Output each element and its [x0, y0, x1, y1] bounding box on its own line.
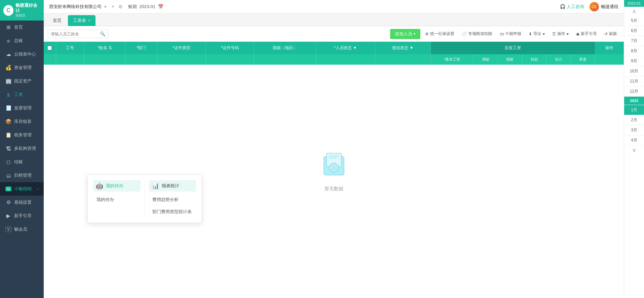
refresh-btn[interactable]: ↺ 刷新	[602, 30, 620, 38]
date-month-10[interactable]: 10月	[624, 66, 644, 76]
sidebar-item-home[interactable]: ⊞ 首页	[0, 21, 44, 34]
tab-close-icon[interactable]: ×	[88, 18, 90, 23]
sidebar-item-inventory[interactable]: 📦 库存核算	[0, 115, 44, 128]
col-id-type: *证件类型	[157, 42, 205, 54]
sidebar-item-multi-org[interactable]: 🏗 多机构管理	[0, 142, 44, 155]
popup-todo-header[interactable]: 🤖 我的待办	[93, 180, 141, 192]
operate-btn[interactable]: ☰ 操作 ▾	[550, 30, 571, 38]
sidebar-item-label: 归档管理	[14, 172, 32, 178]
popup-cost-trend-item[interactable]: 费用趋势分析	[149, 194, 196, 205]
avatar: CE	[590, 2, 599, 11]
special-deduction-btn[interactable]: 📄 专项附加扣除	[459, 30, 495, 38]
date-month-8[interactable]: 8月	[624, 46, 644, 56]
date-panel: 2023.01 ∧ 5月 6月 7月 8月 9月 10月 11月 12月 202…	[624, 0, 644, 298]
date-month-1[interactable]: 1月	[624, 105, 644, 115]
sidebar-item-close-account[interactable]: ◻ 结账	[0, 155, 44, 169]
tabs-bar: 首页 工资表 ×	[44, 13, 624, 26]
sidebar-item-tax[interactable]: 📋 税务管理	[0, 128, 44, 142]
date-month-12[interactable]: 12月	[624, 87, 644, 97]
date-month-7[interactable]: 7月	[624, 36, 644, 46]
sidebar-item-label: 畅会员	[14, 226, 27, 232]
export-dropdown-icon: ▾	[543, 32, 545, 36]
sidebar-logo: C 畅捷通好会计 旗舰版	[0, 0, 44, 21]
new-guide-btn[interactable]: ◉ 新手引导	[573, 30, 600, 38]
app-title: 畅捷通好会计	[15, 3, 40, 13]
date-month-4[interactable]: 4月	[624, 135, 644, 145]
col-id-number: *证件号码	[205, 42, 254, 54]
sidebar-item-basic-settings[interactable]: ⚙ 基础设置	[0, 196, 44, 209]
settings-icon: ⚙	[5, 199, 11, 205]
settings-gear-icon[interactable]: ⚙	[118, 4, 123, 9]
search-box: 🔍	[48, 30, 108, 38]
sidebar-item-label: 发票管理	[14, 105, 32, 111]
sidebar-item-new-guide[interactable]: ▶ 新手引导	[0, 209, 44, 223]
operate-icon: ☰	[552, 32, 556, 36]
cloud-icon: ☁	[5, 51, 11, 57]
date-scroll-down[interactable]: ∨	[624, 145, 644, 155]
popup-todo-item[interactable]: 我的待办	[93, 194, 141, 205]
salary-table: 工号 *姓名 ⇅ *部门 *证件类型 *证件号码 国籍（地区） *人员状态 ▼ …	[44, 42, 624, 65]
user-menu[interactable]: CE 畅捷通组	[590, 2, 618, 11]
col-job-number: 工号	[56, 42, 84, 54]
sidebar-item-label: 首页	[14, 24, 23, 30]
tax-report-btn[interactable]: 🗃 个税申报	[497, 30, 524, 38]
popup-divider	[145, 180, 145, 217]
add-company-icon[interactable]: ＋	[110, 3, 116, 10]
select-all-checkbox[interactable]	[47, 46, 52, 50]
search-icon[interactable]: 🔍	[100, 31, 105, 36]
date-month-11[interactable]: 11月	[624, 76, 644, 87]
tax-icon: 📋	[5, 132, 11, 138]
sidebar-item-fixed-assets[interactable]: 🏢 固定资产	[0, 74, 44, 88]
refresh-icon: ↺	[604, 32, 608, 36]
col-operate: 操作	[595, 42, 624, 54]
sub-col-pension: 养老	[571, 54, 595, 65]
search-input[interactable]	[51, 32, 98, 36]
salary-icon: $	[5, 92, 11, 98]
topbar: 西安虾米网络科技有限公司 ▾ ＋ ⚙ 账期 2023-01 📅 🎧 人工咨询 C…	[44, 0, 624, 13]
date-month-5[interactable]: 5月	[624, 16, 644, 26]
company-dropdown-icon[interactable]: ▾	[104, 4, 106, 9]
sidebar-item-member[interactable]: V 畅会员	[0, 223, 44, 236]
org-icon: 🏗	[5, 146, 11, 152]
dropdown-arrow-icon: ▾	[414, 32, 416, 36]
tab-salary-table[interactable]: 工资表 ×	[68, 15, 96, 26]
popup-menu-row: 🤖 我的待办 我的待办 📊 报表统计 费用趋势分析 部门费用类型统计表	[93, 180, 196, 217]
app-subtitle: 旗舰版	[15, 13, 40, 18]
popup-dept-cost-item[interactable]: 部门费用类型统计表	[149, 206, 196, 217]
date-month-9[interactable]: 9月	[624, 56, 644, 66]
sidebar-item-label: 基础设置	[14, 199, 32, 205]
sidebar-item-salary[interactable]: $ 工资	[0, 88, 44, 101]
sidebar-item-ledger[interactable]: ≡ 总账	[0, 34, 44, 47]
sidebar-item-cloud-report[interactable]: ☁ 云报表中心	[0, 47, 44, 61]
sidebar-item-finance[interactable]: 💰 资金管理	[0, 61, 44, 74]
table-container: 工号 *姓名 ⇅ *部门 *证件类型 *证件号码 国籍（地区） *人员状态 ▼ …	[44, 42, 624, 298]
company-name: 西安虾米网络科技有限公司	[49, 4, 102, 10]
sub-col-deduction: 扣款	[522, 54, 546, 65]
guide-icon: ◉	[576, 32, 579, 36]
export-btn[interactable]: ⬇ 导出 ▾	[526, 30, 547, 38]
building-icon: 🏢	[5, 78, 11, 84]
sub-col-total: 合计	[546, 54, 571, 65]
social-security-icon: ⚙	[425, 32, 429, 36]
date-month-3[interactable]: 3月	[624, 125, 644, 135]
sidebar-item-label: 云报表中心	[14, 51, 36, 57]
finance-icon: 💰	[5, 65, 11, 71]
social-security-btn[interactable]: ⚙ 统一社保设置	[422, 30, 457, 38]
service-button[interactable]: 🎧 人工咨询	[560, 4, 584, 10]
operate-dropdown-icon: ▾	[567, 32, 569, 36]
sidebar-item-expense[interactable]: G 小畅报销 ‹	[0, 182, 44, 196]
popup-report-header[interactable]: 📊 报表统计	[149, 180, 196, 192]
tab-home[interactable]: 首页	[48, 15, 67, 26]
col-name: *姓名 ⇅	[84, 42, 125, 54]
topbar-right: 🎧 人工咨询 CE 畅捷通组	[560, 2, 618, 11]
date-scroll-up[interactable]: ∧	[624, 7, 644, 16]
date-month-6[interactable]: 6月	[624, 26, 644, 36]
calendar-icon[interactable]: 📅	[158, 4, 163, 9]
headset-icon: 🎧	[560, 4, 565, 9]
sidebar-item-archive[interactable]: 🗂 归档管理	[0, 169, 44, 182]
date-panel-scroll[interactable]: ∧ 5月 6月 7月 8月 9月 10月 11月 12月 2023 1月 2月 …	[624, 7, 644, 298]
date-month-2[interactable]: 2月	[624, 115, 644, 125]
popup-col-report: 📊 报表统计 费用趋势分析 部门费用类型统计表	[149, 180, 196, 217]
sidebar-item-invoice[interactable]: 🧾 发票管理	[0, 101, 44, 115]
add-person-button[interactable]: 添加人员 ▾	[390, 29, 420, 39]
